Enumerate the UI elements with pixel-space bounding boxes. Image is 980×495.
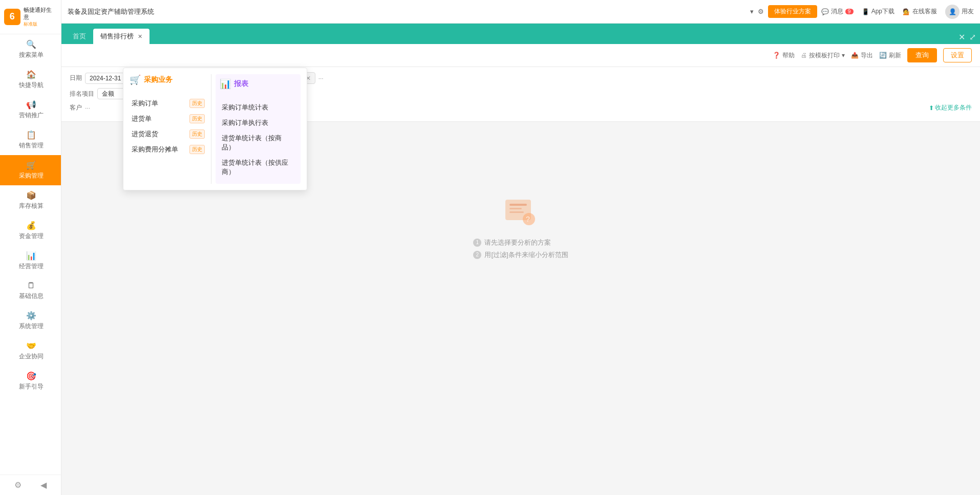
empty-tip-1: 1 请先选择要分析的方案 <box>473 238 568 247</box>
online-service-btn[interactable]: 💁 在线客服 <box>903 7 937 16</box>
tab-close-btn[interactable]: ✕ <box>138 33 142 39</box>
tab-home[interactable]: 首页 <box>66 29 93 44</box>
main: 装备及固定资产辅助管理系统 ▾ ⚙ 体验行业方案 💬 消息 9 📱 App下载 … <box>61 0 980 495</box>
history-tag-3: 历史 <box>189 145 205 154</box>
sidebar-settings-btn[interactable]: ⚙ <box>14 480 22 490</box>
home-icon: 🏠 <box>26 70 36 79</box>
dropdown-item-purchase-order[interactable]: 采购订单 历史 <box>130 96 207 111</box>
empty-illustration: ? <box>500 189 541 232</box>
tabs-controls: ✕ ⤢ <box>958 32 976 44</box>
user-btn[interactable]: 👤 用友 <box>945 5 974 19</box>
basic-info-icon: 🗒 <box>27 281 35 290</box>
service-icon: 💁 <box>903 8 910 15</box>
customer-label: 客户 <box>70 103 82 112</box>
tab-expand-btn[interactable]: ⤢ <box>969 32 976 42</box>
history-tag-1: 历史 <box>189 114 205 123</box>
export-icon: 📤 <box>851 52 859 59</box>
tip-circle-2: 2 <box>473 251 481 259</box>
sidebar-logo: 6 畅捷通好生意 标准版 <box>0 0 61 34</box>
dropdown-item-stock-return[interactable]: 进货退货 历史 <box>130 126 207 142</box>
sidebar: 6 畅捷通好生意 标准版 🔍 搜索菜单 🏠 快捷导航 📢 营销推广 📋 <box>0 0 61 495</box>
logo-icon: 6 <box>4 9 20 25</box>
query-btn[interactable]: 查询 <box>907 48 937 62</box>
refresh-btn[interactable]: 🔄 刷新 <box>879 51 901 60</box>
svg-text:?: ? <box>526 215 530 223</box>
sidebar-item-marketing[interactable]: 📢 营销推广 <box>0 95 61 125</box>
sidebar-item-purchase[interactable]: 🛒 采购管理 <box>0 155 61 185</box>
mobile-icon: 📱 <box>862 8 869 15</box>
dropdown-item-purchase-expense[interactable]: 采购费用分摊单 历史 <box>130 142 207 157</box>
product-more[interactable]: ··· <box>318 75 324 82</box>
tabs-bar: 首页 销售排行榜 ✕ ✕ ⤢ <box>61 24 980 44</box>
history-tag-0: 历史 <box>189 99 205 108</box>
customer-more[interactable]: ··· <box>85 104 90 112</box>
collapse-up-icon: ⬆ <box>929 104 934 112</box>
dropdown-cols: 🛒 采购业务 采购订单 历史 进货单 历史 进货退货 <box>130 74 301 184</box>
sidebar-item-inventory[interactable]: 📦 库存核算 <box>0 185 61 216</box>
enterprise-icon: 🤝 <box>26 341 36 351</box>
sales-icon: 📋 <box>26 130 36 140</box>
sidebar-item-finance[interactable]: 💰 资金管理 <box>0 216 61 246</box>
search-icon: 🔍 <box>26 39 36 49</box>
message-badge: 9 <box>845 9 854 14</box>
export-btn[interactable]: 📤 导出 <box>851 51 873 60</box>
customer-filter: 客户 ··· <box>70 103 90 112</box>
settings-display-btn[interactable]: 设置 <box>943 48 972 62</box>
avatar-placeholder: 👤 <box>949 8 956 15</box>
empty-tips: 1 请先选择要分析的方案 2 用[过滤]条件来缩小分析范围 <box>473 238 568 260</box>
sidebar-item-sales[interactable]: 📋 销售管理 <box>0 125 61 155</box>
message-icon: 💬 <box>821 8 829 15</box>
industry-btn[interactable]: 体验行业方案 <box>768 5 817 18</box>
purchase-col-header: 🛒 采购业务 <box>130 74 207 90</box>
sidebar-item-search[interactable]: 🔍 搜索菜单 <box>0 34 61 64</box>
svg-rect-2 <box>509 208 522 209</box>
logo-text: 畅捷通好生意 标准版 <box>24 6 57 28</box>
sidebar-footer: ⚙ ◀ <box>0 475 61 495</box>
sidebar-item-system[interactable]: ⚙️ 系统管理 <box>0 306 61 336</box>
sidebar-nav: 🔍 搜索菜单 🏠 快捷导航 📢 营销推广 📋 销售管理 🛒 采购管理 📦 <box>0 34 61 475</box>
history-tag-2: 历史 <box>189 130 205 139</box>
empty-tip-2: 2 用[过滤]条件来缩小分析范围 <box>473 250 568 260</box>
sidebar-item-quick-nav[interactable]: 🏠 快捷导航 <box>0 64 61 95</box>
sidebar-item-enterprise[interactable]: 🤝 企业协同 <box>0 336 61 366</box>
report-col-header: 📊 报表 <box>220 78 297 94</box>
tab-close-all-btn[interactable]: ✕ <box>958 32 965 42</box>
dropdown-item-purchase-order-stat[interactable]: 采购订单统计表 <box>220 100 297 115</box>
header-right: 💬 消息 9 📱 App下载 💁 在线客服 👤 用友 <box>821 5 974 19</box>
refresh-icon: 🔄 <box>879 52 887 59</box>
tip-circle-1: 1 <box>473 239 481 247</box>
operations-icon: 📊 <box>26 251 36 261</box>
ranking-label: 排名项目 <box>70 90 94 98</box>
collapse-btn[interactable]: ⬆ 收起更多条件 <box>929 103 972 112</box>
sidebar-item-operations[interactable]: 📊 经营管理 <box>0 246 61 276</box>
marketing-icon: 📢 <box>26 100 36 110</box>
sidebar-collapse-btn[interactable]: ◀ <box>40 480 47 490</box>
dropdown-item-stock-by-product[interactable]: 进货单统计表（按商品） <box>220 131 297 155</box>
app-download-btn[interactable]: 📱 App下载 <box>862 7 894 16</box>
print-dropdown-icon[interactable]: ▾ <box>842 52 845 59</box>
sidebar-item-basic-info[interactable]: 🗒 基础信息 <box>0 276 61 306</box>
help-icon: ❓ <box>773 52 780 59</box>
purchase-dropdown-menu: 🛒 采购业务 采购订单 历史 进货单 历史 进货退货 <box>123 68 307 190</box>
app-container: 6 畅捷通好生意 标准版 🔍 搜索菜单 🏠 快捷导航 📢 营销推广 📋 <box>0 0 980 495</box>
inventory-icon: 📦 <box>26 190 36 200</box>
tab-sales-rank[interactable]: 销售排行榜 ✕ <box>93 29 150 44</box>
dropdown-item-stock-in[interactable]: 进货单 历史 <box>130 111 207 126</box>
purchase-col-icon: 🛒 <box>130 74 141 85</box>
dropdown-divider <box>211 74 211 184</box>
print-btn[interactable]: 🖨 按模板打印 ▾ <box>801 51 845 60</box>
system-name: 装备及固定资产辅助管理系统 <box>68 7 748 16</box>
message-btn[interactable]: 💬 消息 9 <box>821 7 854 16</box>
finance-icon: 💰 <box>26 221 36 230</box>
content-toolbar: ❓ 帮助 🖨 按模板打印 ▾ 📤 导出 🔄 刷新 查询 设置 <box>61 44 980 67</box>
header-settings-btn[interactable]: ⚙ <box>758 8 764 15</box>
sidebar-item-guide[interactable]: 🎯 新手引导 <box>0 366 61 396</box>
print-icon: 🖨 <box>801 52 807 59</box>
system-icon: ⚙️ <box>26 311 36 320</box>
content: ❓ 帮助 🖨 按模板打印 ▾ 📤 导出 🔄 刷新 查询 设置 <box>61 44 980 495</box>
help-btn[interactable]: ❓ 帮助 <box>773 51 795 60</box>
system-dropdown-btn[interactable]: ▾ <box>750 8 754 15</box>
purchase-icon: 🛒 <box>26 160 36 170</box>
dropdown-item-purchase-order-exec[interactable]: 采购订单执行表 <box>220 115 297 131</box>
dropdown-item-stock-by-supplier[interactable]: 进货单统计表（按供应商） <box>220 155 297 180</box>
